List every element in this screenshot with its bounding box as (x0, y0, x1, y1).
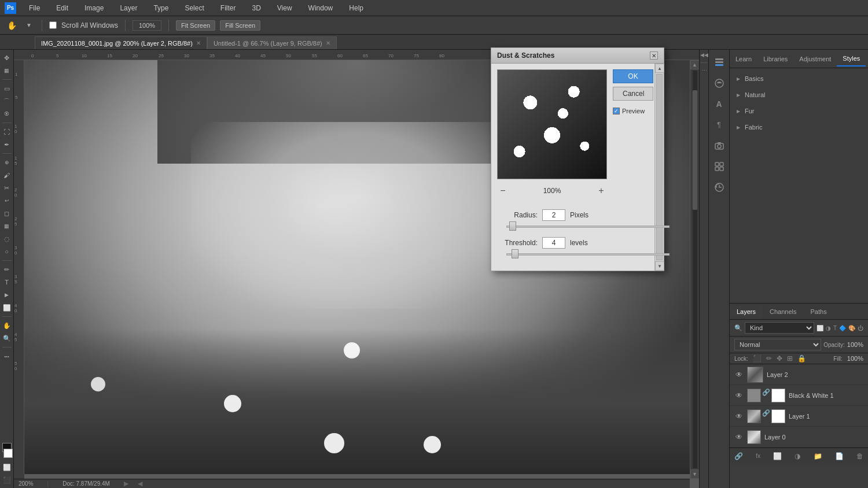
menu-help[interactable]: Help (345, 3, 367, 13)
layers-kind-filter[interactable]: Kind (745, 322, 814, 334)
scroll-all-windows-checkbox[interactable] (49, 21, 57, 29)
adjustments-icon-btn[interactable] (711, 75, 727, 91)
extra-tools[interactable]: ••• (1, 350, 13, 362)
dialog-close-button[interactable]: ✕ (650, 51, 658, 60)
lock-artboard-icon[interactable]: ⊞ (787, 354, 793, 363)
opacity-value[interactable]: 100% (847, 341, 863, 348)
style-group-basics-header[interactable]: ▶ Basics (730, 73, 868, 84)
layer1-eye[interactable]: 👁 (734, 412, 744, 420)
fill-value[interactable]: 100% (847, 355, 863, 362)
screen-mode[interactable]: ⬛ (1, 474, 13, 486)
history-brush-tool[interactable]: ↩ (1, 195, 13, 206)
layers-tab-paths[interactable]: Paths (804, 306, 834, 317)
pen-tool[interactable]: ✏ (1, 264, 13, 275)
hand-tool[interactable]: ✋ (1, 320, 13, 331)
zoom-tool[interactable]: 🔍 (1, 332, 13, 344)
dust-scratches-dialog[interactable]: Dust & Scratches ✕ − 100% + (491, 47, 664, 271)
layers-tab-layers[interactable]: Layers (730, 306, 763, 317)
layer-delete-icon[interactable]: 🗑 (856, 452, 863, 460)
layers-tab-channels[interactable]: Channels (763, 306, 803, 317)
menu-view[interactable]: View (274, 3, 296, 13)
scrollbar-up-arrow[interactable]: ▲ (655, 64, 664, 73)
layer-mask-add-icon[interactable]: ⬜ (773, 452, 782, 460)
healing-tool[interactable]: ⊕ (1, 157, 13, 168)
scrollbar-thumb[interactable] (656, 74, 663, 260)
layer-item-layer0[interactable]: 👁 Layer 0 (730, 427, 868, 448)
blend-mode-select[interactable]: Normal (734, 339, 821, 350)
menu-select[interactable]: Select (181, 3, 207, 13)
paragraph-icon-btn[interactable]: ¶ (711, 117, 727, 133)
zoom-in-button[interactable]: + (595, 185, 607, 197)
more-options-btn[interactable]: ⋮ (701, 68, 707, 73)
tab-adjustment[interactable]: Adjustment (793, 52, 837, 66)
menu-type[interactable]: Type (150, 3, 172, 13)
radius-slider-thumb[interactable] (509, 221, 516, 231)
path-select-tool[interactable]: ▶ (1, 289, 13, 301)
zoom-out-button[interactable]: − (497, 185, 509, 197)
nav-arrow-left[interactable]: ◀ (138, 480, 142, 487)
threshold-slider-thumb[interactable] (512, 249, 518, 258)
history-icon-btn[interactable] (711, 179, 727, 195)
lock-transparent-icon[interactable]: ⬛ (753, 354, 762, 363)
tab-0[interactable]: IMG_20201108_0001.jpg @ 200% (Layer 2, R… (35, 36, 207, 49)
layer-item-layer1[interactable]: 👁 🔗 Layer 1 (730, 406, 868, 427)
filter-pixel-icon[interactable]: ⬜ (816, 325, 823, 331)
tab-learn[interactable]: Learn (730, 52, 757, 66)
tab-libraries[interactable]: Libraries (757, 52, 793, 66)
menu-edit[interactable]: Edit (53, 3, 72, 13)
menu-layer[interactable]: Layer (116, 3, 141, 13)
fit-screen-button[interactable]: Fit Screen (176, 20, 215, 31)
radius-slider-track[interactable] (506, 225, 670, 228)
collapse-right-btn[interactable]: ◀◀ (700, 52, 708, 58)
v-scrollbar[interactable]: ▲ ▼ (690, 60, 699, 479)
grid-icon-btn[interactable] (711, 158, 727, 175)
menu-filter[interactable]: Filter (217, 3, 240, 13)
zoom-input[interactable]: 100% (133, 20, 161, 31)
lock-pixels-icon[interactable]: ✏ (766, 354, 772, 363)
style-group-natural-header[interactable]: ▶ Natural (730, 89, 868, 101)
layer-item-bw1[interactable]: 👁 🔗 Black & White 1 (730, 385, 868, 406)
filter-shape-icon[interactable]: 🔷 (839, 325, 846, 331)
filter-toggle-icon[interactable]: ⏻ (858, 325, 863, 331)
filter-adj-icon[interactable]: ◑ (826, 325, 831, 331)
layer2-eye[interactable]: 👁 (734, 371, 744, 379)
layer-adj-add-icon[interactable]: ◑ (795, 452, 800, 460)
radius-input[interactable]: 2 (542, 209, 565, 221)
layers-icon-btn[interactable] (711, 54, 727, 71)
gradient-tool[interactable]: ▦ (1, 220, 13, 232)
eyedropper-tool[interactable]: ✒ (1, 139, 13, 150)
filter-smart-icon[interactable]: 🎨 (848, 325, 855, 331)
scroll-thumb-v[interactable] (693, 90, 697, 209)
dialog-cancel-button[interactable]: Cancel (613, 87, 653, 101)
filter-type-icon[interactable]: T (833, 325, 837, 331)
nav-arrow-right[interactable]: ▶ (124, 480, 128, 487)
scroll-down-btn[interactable]: ▼ (690, 469, 700, 479)
marquee-tool[interactable]: ▭ (1, 83, 13, 94)
move-tool[interactable]: ✥ (1, 52, 13, 64)
camera-icon-btn[interactable] (711, 138, 727, 154)
crop-tool[interactable]: ⛶ (1, 126, 13, 138)
layer-link-icon[interactable]: 🔗 (734, 452, 743, 460)
lasso-tool[interactable]: ⌒ (1, 95, 13, 107)
dialog-ok-button[interactable]: OK (613, 69, 653, 83)
layer-item-layer2[interactable]: 👁 Layer 2 (730, 364, 868, 385)
menu-3d[interactable]: 3D (248, 3, 264, 13)
dodge-tool[interactable]: ○ (1, 246, 13, 257)
text-tool[interactable]: T (1, 276, 13, 288)
bw1-eye[interactable]: 👁 (734, 391, 744, 400)
shape-tool[interactable]: ⬜ (1, 302, 13, 313)
menu-image[interactable]: Image (81, 3, 107, 13)
menu-file[interactable]: File (25, 3, 43, 13)
clone-tool[interactable]: ✂ (1, 182, 13, 194)
quick-select-tool[interactable]: ⦿ (1, 108, 13, 120)
tab-1[interactable]: Untitled-1 @ 66.7% (Layer 9, RGB/8#) ✕ (207, 36, 337, 49)
tab-styles[interactable]: Styles (837, 51, 866, 66)
tab-1-close[interactable]: ✕ (326, 40, 330, 46)
dialog-preview-image[interactable] (497, 69, 607, 179)
layer-new-icon[interactable]: 📄 (835, 452, 844, 460)
brush-tool[interactable]: 🖌 (1, 169, 13, 181)
move-tool-btn[interactable]: ✋ (5, 19, 19, 32)
threshold-input[interactable]: 4 (542, 237, 565, 249)
scrollbar-down-arrow[interactable]: ▼ (655, 261, 664, 271)
tool-options[interactable]: ▼ (23, 20, 35, 31)
